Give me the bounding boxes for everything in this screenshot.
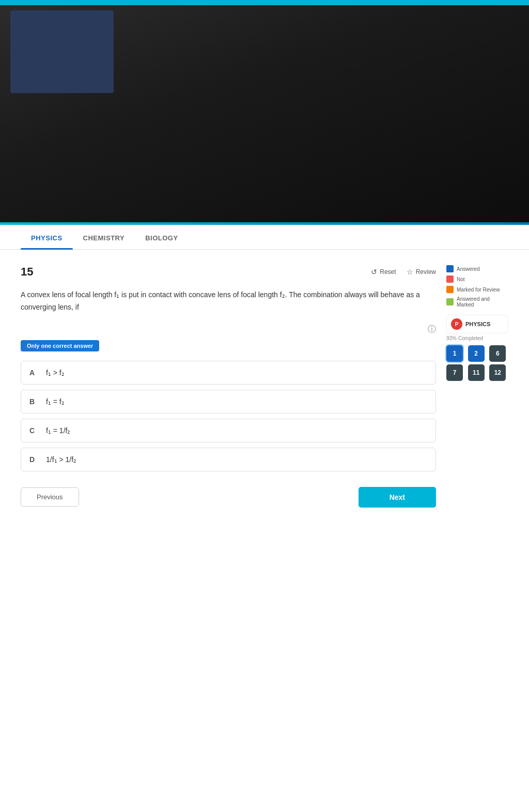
- option-a-text: f₁ > f₂: [46, 369, 65, 377]
- option-d-label: D: [29, 455, 40, 464]
- option-d-text: 1/f₁ > 1/f₂: [46, 455, 76, 464]
- option-a-label: A: [29, 369, 40, 377]
- nav-buttons: Previous Next: [21, 487, 436, 508]
- subject-progress: 93% Completed: [446, 335, 508, 341]
- legend-not-answered-dot: [446, 275, 454, 283]
- info-icon[interactable]: ⓘ: [428, 324, 436, 335]
- legend-not-answered-label: Not: [457, 277, 465, 282]
- option-d[interactable]: D 1/f₁ > 1/f₂: [21, 448, 436, 471]
- question-header: 15 ↺ Reset ☆ Review: [21, 265, 436, 279]
- question-text: A convex lens of focal length f₁ is put …: [21, 289, 436, 314]
- question-number-grid: 1 2 6 7 11 12: [446, 345, 508, 381]
- tab-biology[interactable]: BIOLOGY: [135, 225, 188, 249]
- options-container: A f₁ > f₂ B f₁ = f₂ C f₁ = 1/f₂ D 1/f₁ >…: [21, 361, 436, 471]
- legend-marked-label: Marked for Review: [457, 287, 500, 293]
- reset-label: Reset: [380, 268, 396, 275]
- legend-answered: Answered: [446, 265, 508, 272]
- tab-chemistry[interactable]: CHEMISTRY: [73, 225, 135, 249]
- legend-marked-dot: [446, 286, 454, 293]
- option-c[interactable]: C f₁ = 1/f₂: [21, 419, 436, 442]
- star-icon: ☆: [407, 268, 413, 276]
- subject-badge: P PHYSICS: [446, 315, 508, 333]
- subject-icon: P: [451, 318, 462, 330]
- option-b-label: B: [29, 397, 40, 406]
- legend-answered-marked-dot: [446, 298, 454, 305]
- q-btn-2[interactable]: 2: [468, 345, 485, 362]
- tab-bar: PHYSICS CHEMISTRY BIOLOGY: [0, 225, 529, 250]
- legend-not-answered: Not: [446, 275, 508, 283]
- review-button[interactable]: ☆ Review: [407, 268, 436, 276]
- q-btn-6[interactable]: 6: [489, 345, 506, 362]
- option-c-text: f₁ = 1/f₂: [46, 426, 70, 435]
- legend-answered-dot: [446, 265, 454, 272]
- question-area: 15 ↺ Reset ☆ Review A convex lens of foc…: [21, 265, 436, 508]
- q-btn-1[interactable]: 1: [446, 345, 463, 362]
- q-btn-7[interactable]: 7: [446, 364, 463, 381]
- legend-answered-marked: Answered and Marked: [446, 296, 508, 308]
- legend: Answered Not Marked for Review Answered …: [446, 265, 508, 308]
- option-a[interactable]: A f₁ > f₂: [21, 361, 436, 385]
- question-number: 15: [21, 265, 33, 279]
- next-button[interactable]: Next: [359, 487, 436, 508]
- photo-background: [0, 0, 529, 222]
- option-b-text: f₁ = f₂: [46, 397, 65, 406]
- main-content: 15 ↺ Reset ☆ Review A convex lens of foc…: [0, 250, 529, 523]
- q-btn-12[interactable]: 12: [489, 364, 506, 381]
- header-actions: ↺ Reset ☆ Review: [371, 268, 436, 276]
- subject-name: PHYSICS: [465, 321, 490, 327]
- sidebar: Answered Not Marked for Review Answered …: [446, 265, 508, 508]
- legend-marked: Marked for Review: [446, 286, 508, 293]
- option-b[interactable]: B f₁ = f₂: [21, 390, 436, 413]
- reset-icon: ↺: [371, 268, 377, 276]
- legend-answered-marked-label: Answered and Marked: [457, 296, 508, 308]
- option-c-label: C: [29, 426, 40, 435]
- answer-type-badge: Only one correct answer: [21, 340, 99, 351]
- tab-physics[interactable]: PHYSICS: [21, 225, 73, 249]
- previous-button[interactable]: Previous: [21, 487, 79, 507]
- legend-answered-label: Answered: [457, 266, 479, 272]
- reset-button[interactable]: ↺ Reset: [371, 268, 396, 276]
- review-label: Review: [416, 268, 436, 275]
- subject-icon-label: P: [455, 321, 459, 327]
- q-btn-11[interactable]: 11: [468, 364, 485, 381]
- app-container: PHYSICS CHEMISTRY BIOLOGY 15 ↺ Reset ☆ R…: [0, 222, 529, 812]
